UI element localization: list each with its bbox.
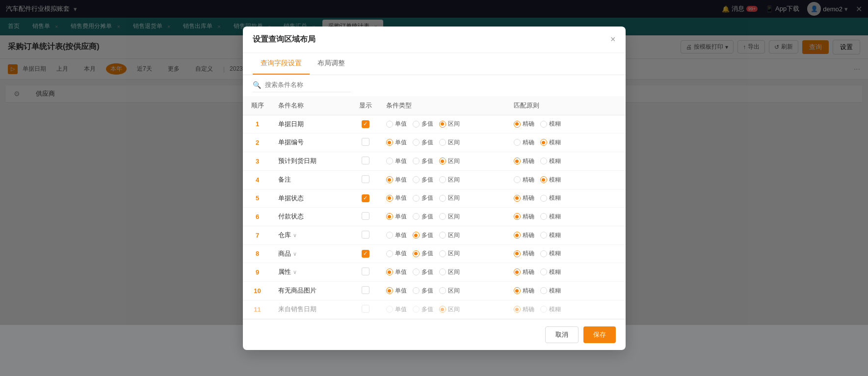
type-radio-单值[interactable]: 单值 — [386, 213, 407, 221]
modal-search-input[interactable] — [265, 81, 351, 88]
modal-footer: 取消 保存 — [243, 319, 626, 325]
match-radio-circle-精确 — [514, 176, 521, 183]
row-name: 单据日期 — [272, 115, 351, 133]
display-checkbox[interactable] — [362, 120, 369, 128]
type-radio-多值[interactable]: 多值 — [413, 194, 433, 202]
match-radio-模糊[interactable]: 模糊 — [540, 120, 561, 128]
type-radio-多值[interactable]: 多值 — [413, 231, 433, 240]
display-checkbox[interactable] — [362, 305, 369, 313]
match-radio-精确[interactable]: 精确 — [514, 194, 534, 202]
type-radio-区间[interactable]: 区间 — [439, 268, 460, 276]
row-order: 9 — [243, 263, 272, 281]
type-radio-单值[interactable]: 单值 — [386, 268, 407, 276]
modal-close-button[interactable]: × — [610, 35, 616, 44]
row-display-cell — [351, 189, 380, 207]
display-checkbox[interactable] — [362, 286, 369, 294]
match-radio-精确[interactable]: 精确 — [514, 120, 534, 128]
type-radio-区间[interactable]: 区间 — [439, 120, 460, 128]
match-radio-模糊[interactable]: 模糊 — [540, 305, 561, 314]
match-radio-模糊[interactable]: 模糊 — [540, 194, 561, 202]
type-radio-label-单值: 单值 — [395, 305, 407, 314]
display-checkbox[interactable] — [362, 212, 369, 220]
type-radio-多值[interactable]: 多值 — [413, 120, 433, 128]
match-radio-circle-精确 — [514, 121, 521, 128]
match-radio-精确[interactable]: 精确 — [514, 287, 534, 295]
match-radio-精确[interactable]: 精确 — [514, 305, 534, 314]
type-radio-label-多值: 多值 — [421, 176, 433, 184]
type-radio-单值[interactable]: 单值 — [386, 249, 407, 258]
row-type-cell: 单值多值区间 — [380, 115, 508, 133]
type-radio-单值[interactable]: 单值 — [386, 120, 407, 128]
type-radio-单值[interactable]: 单值 — [386, 176, 407, 184]
type-radio-区间[interactable]: 区间 — [439, 157, 460, 165]
display-checkbox[interactable] — [362, 175, 369, 183]
type-radio-区间[interactable]: 区间 — [439, 194, 460, 202]
display-checkbox[interactable] — [362, 138, 369, 146]
expand-icon[interactable]: ∨ — [293, 269, 297, 275]
type-radio-单值[interactable]: 单值 — [386, 138, 407, 147]
match-radio-模糊[interactable]: 模糊 — [540, 157, 561, 165]
type-radio-多值[interactable]: 多值 — [413, 268, 433, 276]
match-radio-模糊[interactable]: 模糊 — [540, 138, 561, 147]
type-radio-区间[interactable]: 区间 — [439, 176, 460, 184]
match-radio-模糊[interactable]: 模糊 — [540, 249, 561, 258]
row-match-cell: 精确模糊 — [508, 152, 626, 170]
type-radio-label-区间: 区间 — [448, 213, 460, 221]
type-radio-区间[interactable]: 区间 — [439, 305, 460, 314]
type-radio-单值[interactable]: 单值 — [386, 305, 407, 314]
type-radio-单值[interactable]: 单值 — [386, 231, 407, 240]
type-radio-区间[interactable]: 区间 — [439, 213, 460, 221]
match-radio-模糊[interactable]: 模糊 — [540, 287, 561, 295]
modal-tabs: 查询字段设置 布局调整 — [243, 53, 626, 75]
match-radio-模糊[interactable]: 模糊 — [540, 213, 561, 221]
type-radio-单值[interactable]: 单值 — [386, 157, 407, 165]
match-radio-label-精确: 精确 — [523, 249, 534, 258]
match-radio-精确[interactable]: 精确 — [514, 249, 534, 258]
match-radio-精确[interactable]: 精确 — [514, 138, 534, 147]
expand-icon[interactable]: ∨ — [293, 251, 297, 257]
type-radio-多值[interactable]: 多值 — [413, 157, 433, 165]
display-checkbox[interactable] — [362, 194, 369, 202]
table-row: 9属性∨单值多值区间精确模糊 — [243, 263, 626, 281]
type-radio-单值[interactable]: 单值 — [386, 287, 407, 295]
type-radio-circle-单值 — [386, 176, 393, 183]
match-radio-精确[interactable]: 精确 — [514, 176, 534, 184]
match-radio-模糊[interactable]: 模糊 — [540, 176, 561, 184]
type-radio-circle-多值 — [413, 139, 420, 146]
type-radio-label-单值: 单值 — [395, 287, 407, 295]
type-radio-label-多值: 多值 — [421, 287, 433, 295]
match-radio-模糊[interactable]: 模糊 — [540, 268, 561, 276]
type-radio-多值[interactable]: 多值 — [413, 138, 433, 147]
type-radio-多值[interactable]: 多值 — [413, 213, 433, 221]
type-radio-label-单值: 单值 — [395, 231, 407, 240]
match-radio-精确[interactable]: 精确 — [514, 268, 534, 276]
th-type: 条件类型 — [380, 96, 508, 115]
type-radio-区间[interactable]: 区间 — [439, 138, 460, 147]
match-radio-circle-精确 — [514, 213, 521, 220]
display-checkbox[interactable] — [362, 157, 369, 164]
expand-icon[interactable]: ∨ — [293, 232, 297, 238]
modal-tab-layout-adjust[interactable]: 布局调整 — [310, 53, 353, 75]
type-radio-多值[interactable]: 多值 — [413, 305, 433, 314]
display-checkbox[interactable] — [362, 231, 369, 239]
type-radio-单值[interactable]: 单值 — [386, 194, 407, 202]
match-radio-精确[interactable]: 精确 — [514, 157, 534, 165]
match-radio-label-模糊: 模糊 — [549, 157, 561, 165]
match-radio-精确[interactable]: 精确 — [514, 231, 534, 240]
match-radio-circle-模糊 — [540, 213, 547, 220]
th-display: 显示 — [351, 96, 380, 115]
modal-tab-field-settings[interactable]: 查询字段设置 — [253, 53, 310, 75]
match-radio-精确[interactable]: 精确 — [514, 213, 534, 221]
type-radio-多值[interactable]: 多值 — [413, 176, 433, 184]
type-radio-多值[interactable]: 多值 — [413, 249, 433, 258]
type-radio-多值[interactable]: 多值 — [413, 287, 433, 295]
type-radio-区间[interactable]: 区间 — [439, 231, 460, 240]
match-radio-模糊[interactable]: 模糊 — [540, 231, 561, 240]
type-radio-区间[interactable]: 区间 — [439, 249, 460, 258]
display-checkbox[interactable] — [362, 250, 369, 258]
display-checkbox[interactable] — [362, 268, 369, 275]
type-radio-区间[interactable]: 区间 — [439, 287, 460, 295]
match-radio-label-模糊: 模糊 — [549, 268, 561, 276]
modal-title: 设置查询区域布局 — [253, 34, 316, 45]
row-display-cell — [351, 263, 380, 281]
